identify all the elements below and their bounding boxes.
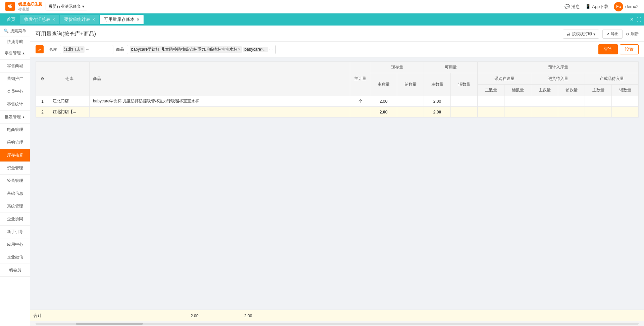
tab-receipts[interactable]: 收发存汇总表 ✕	[20, 15, 59, 24]
cell-avail-aux-1	[451, 96, 478, 107]
filter-row: 仓库 江北门店 × ··· 商品 babycare学饮杯 儿童防摔防撞吸管杯重力…	[49, 45, 593, 54]
warehouse-filter-label: 仓库	[49, 47, 57, 52]
page-title: 可用量查询(按仓库+商品)	[36, 31, 96, 38]
th-stock-aux: 辅数量	[397, 73, 424, 96]
sidebar-item-finance[interactable]: 资金管理	[0, 162, 30, 175]
cell-goods-2	[90, 107, 350, 118]
table-footer: 合计 2.00 2.00	[30, 310, 644, 321]
phone-icon: 📱	[585, 4, 591, 9]
cell-unit-2	[350, 107, 370, 118]
query-btn[interactable]: 查询	[598, 44, 618, 54]
sidebar-item-newguide[interactable]: 新手引导	[0, 226, 30, 238]
avatar: Ea	[614, 2, 623, 11]
th-planned-inbound-group: 预计入库量	[478, 62, 639, 73]
data-table: ⚙ 仓库 商品 主计量 现存量	[36, 61, 639, 118]
page-header: 可用量查询(按仓库+商品) 🖨 按模板打印 ▾ ↗ 导出 ↺ 刷新	[30, 26, 644, 42]
sidebar-search[interactable]: 🔍 搜索菜单	[0, 26, 30, 37]
sidebar-item-retail[interactable]: 零售管理 ▲	[0, 47, 30, 60]
th-purchase-main: 主数量	[478, 85, 504, 96]
goods-filter-input[interactable]: babycare学饮杯 儿童防摔防撞吸管杯重力球吸嘴杯宝宝水杯 × babyca…	[127, 45, 276, 54]
th-warehouse: 仓库	[49, 62, 90, 96]
sidebar-item-wholesale[interactable]: 批发管理 ▲	[0, 111, 30, 124]
cell-purchase-main-1	[478, 96, 504, 107]
sidebar-item-marketing[interactable]: 营销推广	[0, 73, 30, 85]
sidebar-item-appcenter[interactable]: 应用中心	[0, 238, 30, 251]
tab-available-stock[interactable]: 可用量库存账本 ✕	[100, 15, 144, 24]
th-inbound-pending: 进货待入量	[531, 73, 585, 85]
th-purchase-aux: 辅数量	[504, 85, 531, 96]
tab-home[interactable]: 首页	[3, 15, 19, 24]
tab-bar: 首页 收发存汇总表 ✕ 要货单统计表 ✕ 可用量库存账本 ✕ ✕ ⛶	[0, 13, 644, 26]
th-available-aux: 辅数量	[451, 73, 478, 96]
sidebar-item-inventory[interactable]: 库存核算	[0, 149, 30, 162]
th-current-stock-group: 现存量	[370, 62, 424, 73]
settings-btn[interactable]: 设置	[620, 44, 639, 54]
th-available-qty-group: 可用量	[424, 62, 478, 73]
cell-inbound-main-1	[531, 96, 558, 107]
warehouse-more-btn[interactable]: ···	[86, 47, 89, 52]
th-products-main: 主数量	[585, 85, 612, 96]
sidebar-item-ecommerce[interactable]: 电商管理	[0, 124, 30, 136]
cell-stock-main-1: 2.00	[370, 96, 397, 107]
message-btn[interactable]: 💬 消息	[565, 4, 580, 10]
maximize-icon[interactable]: ⛶	[637, 17, 641, 22]
warehouse-filter-input[interactable]: 江北门店 × ···	[60, 45, 113, 54]
cell-stock-main-2: 2.00	[370, 107, 397, 118]
th-settings[interactable]: ⚙	[36, 62, 49, 96]
th-inbound-aux: 辅数量	[558, 85, 585, 96]
tab-order-stats[interactable]: 要货单统计表 ✕	[60, 15, 99, 24]
close-tab-order-stats[interactable]: ✕	[92, 17, 95, 22]
export-btn[interactable]: ↗ 导出	[602, 30, 623, 39]
cell-purchase-aux-2	[504, 107, 531, 118]
scroll-thumb[interactable]	[76, 323, 143, 325]
chevron-icon-wholesale: ▲	[22, 115, 25, 119]
column-settings-icon: ⚙	[41, 77, 44, 81]
chevron-icon-retail: ▲	[22, 51, 25, 55]
cell-purchase-aux-1	[504, 96, 531, 107]
sidebar-item-corpwechat[interactable]: 企业微信	[0, 251, 30, 264]
remove-warehouse-tag[interactable]: ×	[81, 47, 83, 52]
th-main-unit: 主计量	[350, 62, 370, 96]
app-download-btn[interactable]: 📱 App下载	[585, 4, 608, 10]
content-area: 可用量查询(按仓库+商品) 🖨 按模板打印 ▾ ↗ 导出 ↺ 刷新 »	[30, 26, 644, 326]
search-icon: 🔍	[4, 29, 9, 33]
sidebar-item-system[interactable]: 系统管理	[0, 200, 30, 213]
close-window-icon[interactable]: ✕	[630, 17, 634, 22]
footer-total-available: 2.00	[235, 314, 262, 318]
sidebar-item-retail-stats[interactable]: 零售统计	[0, 98, 30, 111]
top-bar-right: 💬 消息 📱 App下载 Ea demo2	[565, 2, 639, 11]
sidebar-item-basic[interactable]: 基础信息	[0, 187, 30, 200]
th-goods: 商品	[90, 62, 350, 96]
cell-goods-1: babycare学饮杯 儿童防摔防撞吸管杯重力球吸嘴杯宝宝水杯	[90, 96, 350, 107]
template-print-btn[interactable]: 🖨 按模板打印 ▾	[563, 30, 599, 39]
sidebar-item-member2[interactable]: 畅会员	[0, 264, 30, 277]
sidebar-item-retail-mall[interactable]: 零售商城	[0, 60, 30, 73]
filter-toggle-btn[interactable]: »	[36, 45, 44, 53]
industry-selector[interactable]: 母婴行业演示账套 ▾	[46, 3, 87, 10]
refresh-btn[interactable]: ↺ 刷新	[626, 31, 639, 37]
goods-more-btn[interactable]: ···	[269, 47, 273, 52]
top-bar: 畅 畅捷通好生意 标准版 母婴行业演示账套 ▾ 💬 消息 📱 App下载 Ea …	[0, 0, 644, 13]
sidebar-quick-nav[interactable]: 快捷导航	[0, 37, 30, 47]
export-icon: ↗	[606, 32, 609, 37]
close-tab-available-stock[interactable]: ✕	[137, 17, 140, 22]
cell-warehouse-1: 江北门店	[49, 96, 90, 107]
cell-purchase-main-2	[478, 107, 504, 118]
table-row: 2 江北门店【... 2.00 2.00	[36, 107, 639, 118]
scroll-track[interactable]	[36, 323, 639, 325]
top-bar-left: 畅 畅捷通好生意 标准版 母婴行业演示账套 ▾	[5, 2, 87, 12]
sidebar-item-purchase[interactable]: 采购管理	[0, 136, 30, 149]
cell-products-aux-2	[612, 107, 639, 118]
username-label: demo2	[625, 4, 639, 9]
page-actions: 🖨 按模板打印 ▾ ↗ 导出 ↺ 刷新	[563, 30, 639, 39]
cell-stock-aux-1	[397, 96, 424, 107]
main-layout: 🔍 搜索菜单 快捷导航 零售管理 ▲ 零售商城 营销推广 会员中心 零售统计 批…	[0, 26, 644, 326]
sidebar-item-member[interactable]: 会员中心	[0, 85, 30, 98]
filter-area: » 仓库 江北门店 × ··· 商品 babycare学饮杯 儿童防摔防撞吸管杯…	[30, 42, 644, 57]
goods-tag-1: babycare学饮杯 儿童防摔防撞吸管杯重力球吸嘴杯宝宝水杯 ×	[130, 46, 242, 53]
remove-goods-tag-1[interactable]: ×	[238, 47, 240, 52]
user-area[interactable]: Ea demo2	[614, 2, 639, 11]
close-tab-receipts[interactable]: ✕	[52, 17, 55, 22]
sidebar-item-operations[interactable]: 经营管理	[0, 175, 30, 187]
sidebar-item-enterprise[interactable]: 企业协同	[0, 213, 30, 226]
